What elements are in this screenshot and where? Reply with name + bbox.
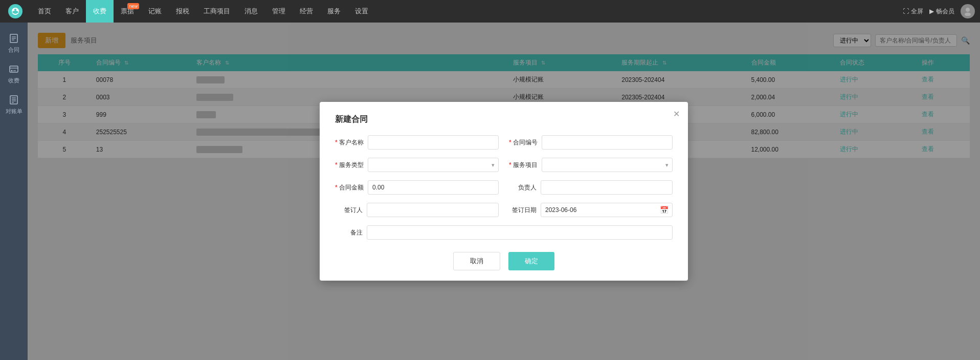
nav-right: ⛶ 全屏 ▶ 畅会员 [903,4,975,18]
main-layout: 合同 收费 [0,23,980,360]
logo-icon [8,4,23,18]
fullscreen-button[interactable]: ⛶ 全屏 [903,7,923,16]
nav-item-service[interactable]: 服务 [320,0,348,23]
nav-item-invoice[interactable]: 票据 new [114,0,141,23]
user-avatar[interactable] [961,4,975,18]
service-item-label: 服务项目 [509,161,538,170]
svg-point-0 [966,8,970,12]
customer-name-row: 客户名称 [335,135,499,150]
sign-date-label: 签订日期 [509,206,537,215]
customer-name-label: 客户名称 [335,138,364,147]
new-badge: new [127,3,139,9]
modal-close-button[interactable]: ✕ [673,109,680,119]
cancel-button[interactable]: 取消 [453,252,500,270]
signer-label: 签订人 [335,206,363,215]
contract-icon [8,33,19,44]
contract-no-row: 合同编号 [509,135,673,150]
sign-date-row: 签订日期 📅 [509,203,673,217]
contract-amount-input[interactable] [368,180,499,195]
contract-no-input[interactable] [542,135,673,150]
remark-row: 备注 [335,225,673,240]
modal-overlay: ✕ 新建合同 客户名称 合同编号 服务类型 [28,23,980,360]
remark-label: 备注 [335,228,363,237]
customer-name-input[interactable] [368,135,499,150]
svg-rect-10 [10,96,17,104]
sidebar-item-billing[interactable]: 收费 [0,58,28,89]
sidebar: 合同 收费 [0,23,28,360]
modal-footer: 取消 确定 [335,252,673,270]
contract-no-label: 合同编号 [509,138,538,147]
svg-rect-6 [10,66,18,72]
nav-item-billing[interactable]: 收费 [86,0,114,23]
service-item-row: 服务项目 [509,158,673,172]
nav-item-customer[interactable]: 客户 [58,0,86,23]
nav-item-settings[interactable]: 设置 [348,0,375,23]
nav-item-operation[interactable]: 经营 [293,0,320,23]
nav-item-tax[interactable]: 报税 [169,0,196,23]
responsible-row: 负责人 [509,180,673,195]
service-item-select[interactable] [542,158,673,172]
sidebar-item-contract[interactable]: 合同 [0,28,28,58]
nav-item-home[interactable]: 首页 [31,0,58,23]
nav-item-manage[interactable]: 管理 [265,0,293,23]
remark-input[interactable] [367,225,673,240]
responsible-input[interactable] [541,180,673,195]
service-type-label: 服务类型 [335,161,364,170]
service-type-select-wrap [368,158,499,172]
contract-amount-row: 合同金额 [335,180,499,195]
sidebar-item-reconciliation[interactable]: 对账单 [0,89,28,120]
service-type-row: 服务类型 [335,158,499,172]
contract-amount-label: 合同金额 [335,183,364,192]
top-navigation: 首页 客户 收费 票据 new 记账 报税 工商项目 消息 管理 经营 服务 设… [0,0,980,23]
confirm-button[interactable]: 确定 [508,252,554,270]
nav-item-bizproject[interactable]: 工商项目 [196,0,237,23]
nav-item-message[interactable]: 消息 [237,0,265,23]
reconciliation-icon [8,94,19,105]
billing-icon [8,63,19,75]
content-area: 新增 服务项目 进行中 已完成 已取消 🔍 序号 合同编号 ⇅ 客户名称 ⇅ 服… [28,23,980,360]
modal-form: 客户名称 合同编号 服务类型 [335,135,673,240]
service-type-select[interactable] [368,158,499,172]
signer-row: 签订人 [335,203,499,217]
sign-date-wrap: 📅 [541,203,673,217]
nav-item-bookkeeping[interactable]: 记账 [141,0,169,23]
new-contract-modal: ✕ 新建合同 客户名称 合同编号 服务类型 [320,102,688,281]
logo [5,0,26,23]
signer-input[interactable] [367,203,499,217]
service-item-select-wrap [542,158,673,172]
responsible-label: 负责人 [509,183,537,192]
sign-date-input[interactable] [541,203,673,217]
svg-point-1 [965,13,971,16]
modal-title: 新建合同 [335,114,673,125]
member-button[interactable]: ▶ 畅会员 [929,7,954,16]
svg-point-8 [11,70,13,71]
